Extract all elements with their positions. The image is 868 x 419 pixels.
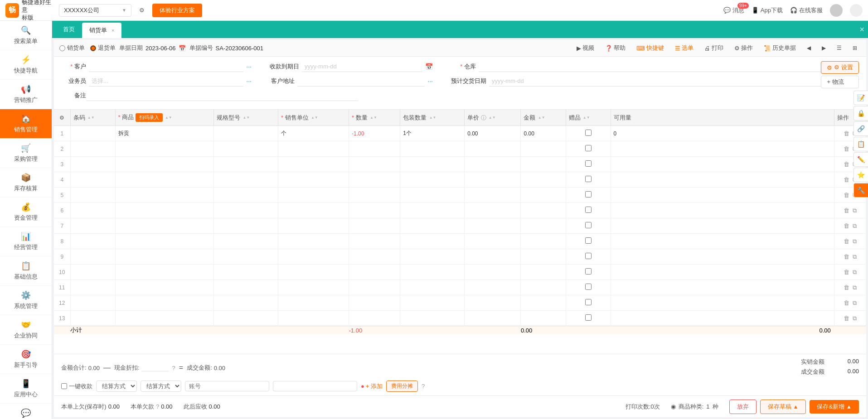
row-amount[interactable]	[521, 249, 566, 265]
row-delete-btn[interactable]: 🗑	[844, 161, 849, 168]
row-unit[interactable]: 个	[278, 126, 349, 141]
row-delete-btn[interactable]: 🗑	[844, 253, 849, 260]
price-info-icon[interactable]: ⓘ	[481, 115, 486, 121]
row-unit[interactable]	[278, 157, 349, 172]
row-barcode[interactable]	[70, 126, 115, 141]
row-delete-btn[interactable]: 🗑	[844, 176, 849, 183]
sidebar-item-quick-nav[interactable]: ⚡ 快捷导航	[0, 50, 52, 80]
next-record-btn[interactable]: ▶	[818, 43, 829, 53]
row-gift[interactable]	[566, 157, 611, 172]
gift-checkbox[interactable]	[585, 237, 592, 244]
row-barcode[interactable]	[70, 249, 115, 265]
row-price[interactable]	[465, 203, 521, 218]
expense-split-btn[interactable]: 费用分摊	[386, 380, 418, 392]
settings-icon-btn[interactable]: ⚙	[135, 4, 149, 17]
remarks-input[interactable]	[86, 90, 358, 101]
sort-arrows-pack-qty[interactable]: ▲▼	[429, 116, 436, 120]
row-qty[interactable]	[349, 249, 400, 265]
row-product[interactable]	[115, 234, 214, 249]
row-barcode[interactable]	[70, 188, 115, 203]
prev-record-btn[interactable]: ◀	[803, 43, 815, 53]
row-amount[interactable]	[521, 234, 566, 249]
row-spec[interactable]	[214, 280, 278, 295]
row-gift[interactable]	[566, 172, 611, 188]
tab-home[interactable]: 首页	[56, 21, 82, 38]
abandon-btn[interactable]: 放弃	[729, 400, 756, 414]
one-click-payment-checkbox[interactable]: 一键收款	[61, 382, 92, 390]
row-spec[interactable]	[214, 218, 278, 234]
gift-checkbox[interactable]	[585, 222, 592, 228]
row-barcode[interactable]	[70, 141, 115, 157]
calendar-icon[interactable]: 📅	[179, 45, 186, 52]
row-gift[interactable]	[566, 265, 611, 280]
row-barcode[interactable]	[70, 203, 115, 218]
row-price[interactable]	[465, 234, 521, 249]
row-gift[interactable]	[566, 126, 611, 141]
row-qty[interactable]	[349, 141, 400, 157]
row-qty[interactable]	[349, 265, 400, 280]
sidebar-item-inventory[interactable]: 📦 库存核算	[0, 168, 52, 197]
company-selector[interactable]: XXXXXX公司 ▼	[59, 4, 131, 17]
row-unit[interactable]	[278, 218, 349, 234]
row-price[interactable]	[465, 295, 521, 311]
sidebar-item-app-center[interactable]: 📱 应用中心	[0, 374, 52, 404]
payment-method-select2[interactable]: 结算方式	[141, 380, 181, 392]
sidebar-item-system[interactable]: ⚙️ 系统管理	[0, 286, 52, 315]
gift-checkbox[interactable]	[585, 176, 592, 182]
help-icon[interactable]: ?	[172, 365, 175, 371]
row-copy-btn[interactable]: ⧉	[853, 284, 857, 291]
row-pack-qty[interactable]	[400, 311, 465, 326]
row-qty[interactable]	[349, 280, 400, 295]
app-download-btn[interactable]: 📱 App下载	[752, 6, 783, 14]
row-copy-btn[interactable]: ⧉	[853, 238, 857, 245]
row-qty[interactable]: -1.00	[349, 126, 400, 141]
row-price[interactable]	[465, 188, 521, 203]
shortcut-btn[interactable]: ⌨ 快捷键	[633, 43, 668, 53]
row-delete-btn[interactable]: 🗑	[844, 207, 849, 214]
tab-close-icon[interactable]: ×	[112, 28, 114, 33]
sales-order-radio[interactable]: 销货单	[59, 44, 85, 52]
sort-arrows-spec[interactable]: ▲▼	[242, 116, 250, 120]
row-price[interactable]	[465, 141, 521, 157]
row-unit[interactable]	[278, 295, 349, 311]
rfp-btn-5[interactable]: ✏️	[853, 152, 868, 167]
row-copy-btn[interactable]: ⧉	[853, 207, 857, 214]
row-gift[interactable]	[566, 280, 611, 295]
row-pack-qty[interactable]	[400, 172, 465, 188]
row-barcode[interactable]	[70, 311, 115, 326]
gift-checkbox[interactable]	[585, 299, 592, 305]
row-amount[interactable]	[521, 141, 566, 157]
sort-arrows-amount[interactable]: ▲▼	[538, 116, 545, 120]
sort-arrows-barcode[interactable]: ▲▼	[87, 116, 95, 120]
row-spec[interactable]	[214, 234, 278, 249]
row-price[interactable]	[465, 157, 521, 172]
row-barcode[interactable]	[70, 234, 115, 249]
row-pack-qty[interactable]	[400, 203, 465, 218]
row-spec[interactable]	[214, 172, 278, 188]
row-unit[interactable]	[278, 311, 349, 326]
row-copy-btn[interactable]: ⧉	[853, 253, 857, 260]
online-support-btn[interactable]: 🎧 在线客服	[790, 6, 823, 14]
row-qty[interactable]	[349, 157, 400, 172]
tab-close-all-btn[interactable]: ×	[859, 25, 864, 34]
gift-checkbox[interactable]	[585, 268, 592, 275]
row-qty[interactable]	[349, 295, 400, 311]
row-product[interactable]	[115, 172, 214, 188]
row-spec[interactable]	[214, 203, 278, 218]
row-amount[interactable]	[521, 265, 566, 280]
sidebar-item-purchase[interactable]: 🛒 采购管理	[0, 139, 52, 168]
row-qty[interactable]	[349, 311, 400, 326]
account-input[interactable]	[185, 381, 269, 391]
row-barcode[interactable]	[70, 218, 115, 234]
th-settings[interactable]: ⚙	[54, 110, 70, 126]
row-spec[interactable]	[214, 141, 278, 157]
row-product[interactable]	[115, 249, 214, 265]
row-gift[interactable]	[566, 188, 611, 203]
sort-arrows-price[interactable]: ▲▼	[489, 116, 496, 120]
sort-arrows-product[interactable]: ▲▼	[165, 116, 172, 120]
row-price[interactable]	[465, 280, 521, 295]
row-price[interactable]	[465, 172, 521, 188]
amount-input[interactable]	[273, 381, 357, 391]
gift-checkbox[interactable]	[585, 160, 592, 167]
one-click-payment-check[interactable]	[61, 383, 67, 389]
